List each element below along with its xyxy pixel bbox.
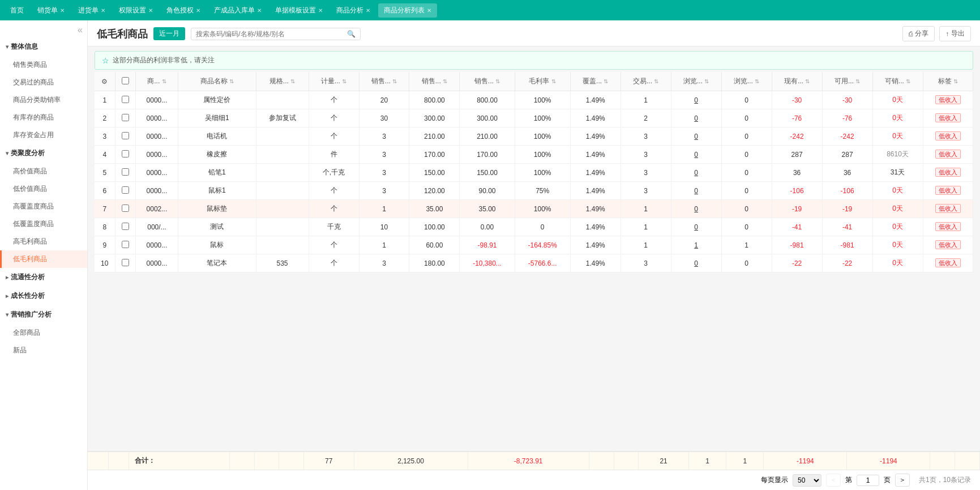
col-settings[interactable]: ⚙ — [95, 72, 115, 91]
row-browse1[interactable]: 0 — [671, 254, 721, 272]
row-browse1[interactable]: 0 — [671, 182, 721, 200]
col-sale-amt[interactable]: 销售... ⇅ — [409, 72, 460, 91]
sidebar-item-stock-capital[interactable]: 库存资金占用 — [0, 126, 87, 144]
sidebar-group-growth[interactable]: ▸ 成长性分析 — [0, 287, 87, 305]
nav-permission[interactable]: 权限设置 ✕ — [113, 3, 159, 18]
sidebar-item-low-value[interactable]: 低价值商品 — [0, 180, 87, 198]
col-unit[interactable]: 计量... ⇅ — [309, 72, 359, 91]
sidebar-item-sales-goods[interactable]: 销售类商品 — [0, 56, 87, 74]
row-checkbox[interactable] — [115, 236, 135, 254]
row-checkbox[interactable] — [115, 146, 135, 164]
select-all-checkbox[interactable] — [122, 77, 129, 84]
export-button[interactable]: ↑ 导出 — [939, 26, 971, 41]
row-select-checkbox[interactable] — [122, 204, 129, 212]
time-filter-button[interactable]: 近一月 — [153, 27, 185, 40]
next-page-btn[interactable]: ＞ — [895, 474, 910, 487]
row-select-checkbox[interactable] — [122, 223, 129, 230]
sidebar-item-high-value[interactable]: 高价值商品 — [0, 163, 87, 180]
sidebar-group-cluster[interactable]: ▾ 类聚度分析 — [0, 144, 87, 163]
col-stock[interactable]: 现有... ⇅ — [772, 72, 822, 91]
row-browse1[interactable]: 0 — [671, 200, 721, 218]
col-sale-qty[interactable]: 销售... ⇅ — [359, 72, 409, 91]
col-browse1[interactable]: 浏览... ⇅ — [671, 72, 721, 91]
row-checkbox[interactable] — [115, 127, 135, 146]
share-button[interactable]: ⎙ 分享 — [902, 26, 935, 41]
row-browse1[interactable]: 0 — [671, 127, 721, 146]
col-name[interactable]: 商品名称 ⇅ — [178, 72, 256, 91]
sidebar-item-category-rate[interactable]: 商品分类助销率 — [0, 91, 87, 109]
nav-product-analysis[interactable]: 商品分析 ✕ — [331, 3, 376, 18]
row-checkbox[interactable] — [115, 218, 135, 236]
row-select-checkbox[interactable] — [122, 150, 129, 157]
sidebar-item-new-goods[interactable]: 新品 — [0, 342, 87, 359]
nav-close-purchase-order[interactable]: ✕ — [101, 7, 105, 14]
row-browse2: 0 — [721, 91, 772, 109]
row-browse1[interactable]: 0 — [671, 164, 721, 182]
nav-close-product-warehouse[interactable]: ✕ — [257, 7, 262, 14]
nav-close-product-analysis[interactable]: ✕ — [366, 7, 370, 14]
row-checkbox[interactable] — [115, 91, 135, 109]
col-tag[interactable]: 标签 ⇅ — [923, 72, 973, 91]
col-sale-amt2[interactable]: 销售... ⇅ — [460, 72, 515, 91]
row-avail: -41 — [822, 218, 872, 236]
row-checkbox[interactable] — [115, 109, 135, 127]
sidebar-collapse-btn[interactable]: « — [78, 25, 83, 35]
col-cover-rate[interactable]: 覆盖... ⇅ — [570, 72, 620, 91]
nav-close-sales-order[interactable]: ✕ — [60, 7, 65, 14]
col-avail[interactable]: 可用... ⇅ — [822, 72, 872, 91]
row-select-checkbox[interactable] — [122, 241, 129, 248]
row-checkbox[interactable] — [115, 200, 135, 218]
row-select-checkbox[interactable] — [122, 132, 129, 139]
row-select-checkbox[interactable] — [122, 168, 129, 176]
nav-close-product-analysis-list[interactable]: ✕ — [427, 7, 431, 14]
per-page-select[interactable]: 50 100 — [793, 474, 821, 487]
row-select-checkbox[interactable] — [122, 186, 129, 194]
row-browse1[interactable]: 0 — [671, 218, 721, 236]
search-input[interactable] — [196, 30, 344, 38]
page-number-input[interactable] — [857, 475, 879, 486]
nav-close-template-settings[interactable]: ✕ — [318, 7, 323, 14]
search-icon[interactable]: 🔍 — [347, 30, 356, 38]
row-select-checkbox[interactable] — [122, 114, 129, 121]
sidebar-item-high-margin[interactable]: 高毛利商品 — [0, 233, 87, 250]
row-select-checkbox[interactable] — [122, 96, 129, 103]
row-browse1[interactable]: 0 — [671, 91, 721, 109]
sidebar-item-high-coverage[interactable]: 高覆盖度商品 — [0, 198, 87, 215]
sidebar-item-low-coverage[interactable]: 低覆盖度商品 — [0, 215, 87, 233]
col-gross-rate[interactable]: 毛利率 ⇅ — [515, 72, 570, 91]
nav-close-permission[interactable]: ✕ — [148, 7, 153, 14]
row-spec — [256, 236, 309, 254]
sidebar-item-traded-goods[interactable]: 交易过的商品 — [0, 74, 87, 91]
nav-product-analysis-list[interactable]: 商品分析列表 ✕ — [378, 3, 437, 18]
row-browse1[interactable]: 1 — [671, 236, 721, 254]
table-container[interactable]: ⚙ 商... ⇅ 商品名称 ⇅ 规格... ⇅ 计量... ⇅ 销售... ⇅ … — [95, 72, 973, 451]
sidebar-group-overview[interactable]: ▾ 整体信息 — [0, 37, 87, 56]
sidebar-item-stock-goods[interactable]: 有库存的商品 — [0, 109, 87, 126]
nav-product-warehouse[interactable]: 产成品入库单 ✕ — [208, 3, 267, 18]
col-tx-count[interactable]: 交易... ⇅ — [620, 72, 671, 91]
col-code[interactable]: 商... ⇅ — [135, 72, 178, 91]
row-select-checkbox[interactable] — [122, 259, 129, 266]
row-browse1[interactable]: 0 — [671, 146, 721, 164]
nav-close-role-auth[interactable]: ✕ — [196, 7, 200, 14]
nav-template-settings[interactable]: 单据模板设置 ✕ — [269, 3, 328, 18]
row-checkbox[interactable] — [115, 254, 135, 272]
nav-sales-order[interactable]: 销货单 ✕ — [32, 3, 70, 18]
sidebar-group-liquidity[interactable]: ▸ 流通性分析 — [0, 268, 87, 287]
sidebar-item-all-goods[interactable]: 全部商品 — [0, 324, 87, 342]
row-browse1[interactable]: 0 — [671, 109, 721, 127]
nav-role-auth[interactable]: 角色授权 ✕ — [161, 3, 206, 18]
nav-home[interactable]: 首页 — [5, 3, 29, 18]
row-cover-rate: 1.49% — [570, 127, 620, 146]
top-nav: 首页 销货单 ✕ 进货单 ✕ 权限设置 ✕ 角色授权 ✕ 产成品入库单 ✕ 单据… — [0, 0, 980, 20]
col-spec[interactable]: 规格... ⇅ — [256, 72, 309, 91]
col-sale-days[interactable]: 可销... ⇅ — [872, 72, 923, 91]
sidebar-group-marketing[interactable]: ▾ 营销推广分析 — [0, 305, 87, 324]
sidebar-item-low-margin[interactable]: 低毛利商品 — [0, 250, 87, 268]
prev-page-btn[interactable]: ＜ — [826, 474, 841, 487]
col-browse2[interactable]: 浏览... ⇅ — [721, 72, 772, 91]
nav-purchase-order[interactable]: 进货单 ✕ — [72, 3, 111, 18]
row-sale-amt: 120.00 — [409, 182, 460, 200]
row-checkbox[interactable] — [115, 164, 135, 182]
row-checkbox[interactable] — [115, 182, 135, 200]
